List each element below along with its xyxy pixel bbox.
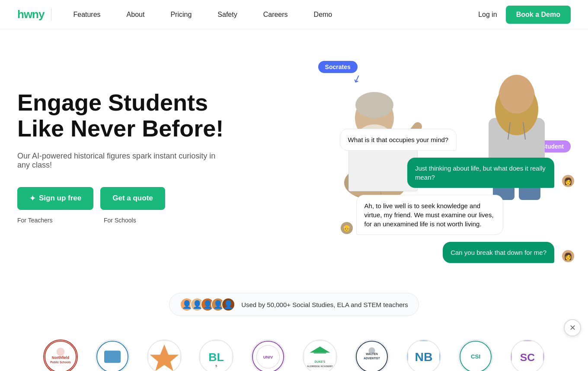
label-teachers: For Teachers bbox=[17, 217, 74, 224]
hero-right: Socrates ↙ Student ↙ bbox=[305, 36, 571, 278]
hero-left: Engage Students Like Never Before! Our A… bbox=[17, 73, 305, 241]
svg-text:UNIV: UNIV bbox=[263, 355, 273, 359]
logo[interactable]: hwny bbox=[17, 8, 44, 21]
logo-csi: CSI bbox=[458, 339, 493, 371]
svg-point-38 bbox=[368, 347, 375, 354]
logo-university: UNIV bbox=[251, 339, 285, 371]
student-avatar-2: 👩 bbox=[561, 249, 575, 263]
logo-nb: NB bbox=[406, 339, 441, 371]
label-schools: For Schools bbox=[104, 217, 160, 224]
logo-dukes: DUKE'S ALDRIDGE ACADEMY bbox=[303, 339, 337, 371]
sparkle-icon: ✦ bbox=[29, 194, 35, 203]
svg-point-19 bbox=[57, 348, 65, 356]
hero-section: Engage Students Like Never Before! Our A… bbox=[0, 29, 588, 284]
svg-point-35 bbox=[356, 341, 387, 371]
social-text: Used by 50,000+ Social Studies, ELA and … bbox=[241, 301, 408, 308]
svg-rect-32 bbox=[314, 353, 326, 354]
student-avatar: 👩 bbox=[561, 174, 575, 188]
hero-illustration: Socrates ↙ Student ↙ bbox=[305, 36, 571, 278]
nav-careers[interactable]: Careers bbox=[250, 0, 301, 29]
signup-button[interactable]: ✦ Sign up free bbox=[17, 187, 93, 210]
book-demo-button[interactable]: Book a Demo bbox=[506, 6, 571, 24]
login-link[interactable]: Log in bbox=[478, 11, 497, 19]
nav-actions: Log in Book a Demo bbox=[478, 6, 571, 24]
hero-title: Engage Students Like Never Before! bbox=[17, 90, 259, 141]
chat-area: What is it that occupies your mind? Just… bbox=[340, 129, 575, 265]
logo-juar-kus bbox=[147, 339, 182, 371]
logo-sc: SC bbox=[510, 339, 545, 371]
svg-text:BL: BL bbox=[208, 351, 224, 364]
logo-bl: BL 5 bbox=[199, 339, 233, 371]
nav-safety[interactable]: Safety bbox=[205, 0, 250, 29]
avatar-5: 👤 bbox=[221, 298, 235, 311]
signup-label: Sign up free bbox=[39, 194, 81, 203]
nav-divider bbox=[51, 8, 51, 21]
nav-demo[interactable]: Demo bbox=[301, 0, 345, 29]
nav-features[interactable]: Features bbox=[60, 0, 113, 29]
chat-q1: What is it that occupies your mind? bbox=[340, 129, 457, 151]
nav-links: Features About Pricing Safety Careers De… bbox=[60, 0, 478, 29]
svg-text:NB: NB bbox=[415, 350, 432, 364]
hero-subtitle: Our AI-powered historical figures spark … bbox=[17, 152, 225, 170]
svg-point-4 bbox=[355, 92, 393, 118]
svg-text:Northfield: Northfield bbox=[52, 355, 69, 360]
logo-2 bbox=[95, 339, 130, 371]
svg-text:SC: SC bbox=[520, 352, 535, 363]
hero-labels: For Teachers For Schools bbox=[17, 217, 305, 224]
socrates-avatar: 👴 bbox=[340, 221, 354, 235]
close-button[interactable]: ✕ bbox=[564, 319, 581, 336]
social-proof: 👤 👤 👤 👤 👤 Used by 50,000+ Social Studies… bbox=[0, 284, 588, 329]
chat-q2: Can you break that down for me? bbox=[443, 242, 554, 263]
social-pill: 👤 👤 👤 👤 👤 Used by 50,000+ Social Studies… bbox=[169, 293, 419, 316]
hero-buttons: ✦ Sign up free Get a quote bbox=[17, 187, 305, 210]
svg-text:DUKE'S: DUKE'S bbox=[315, 360, 326, 363]
svg-text:Public Schools: Public Schools bbox=[50, 361, 71, 364]
svg-text:ADVENTIST: ADVENTIST bbox=[364, 357, 380, 360]
svg-text:ALDRIDGE ACADEMY: ALDRIDGE ACADEMY bbox=[307, 365, 333, 368]
logos-bar: Northfield Public Schools BL 5 UNIV bbox=[0, 329, 588, 371]
chat-a2: Ah, to live well is to seek knowledge an… bbox=[356, 195, 503, 235]
logo-northfield: Northfield Public Schools bbox=[43, 339, 78, 371]
nav-pricing[interactable]: Pricing bbox=[157, 0, 205, 29]
svg-point-13 bbox=[499, 75, 534, 114]
nav-about[interactable]: About bbox=[114, 0, 158, 29]
chat-a1: Just thinking about life, but what does … bbox=[407, 158, 554, 188]
svg-text:5: 5 bbox=[215, 365, 217, 368]
navbar: hwny Features About Pricing Safety Caree… bbox=[0, 0, 588, 29]
quote-button[interactable]: Get a quote bbox=[100, 187, 165, 210]
logo-walten: WALTEN ADVENTIST bbox=[355, 339, 389, 371]
svg-rect-21 bbox=[104, 351, 121, 363]
svg-text:CSI: CSI bbox=[471, 353, 480, 360]
avatar-stack: 👤 👤 👤 👤 👤 bbox=[180, 298, 235, 311]
